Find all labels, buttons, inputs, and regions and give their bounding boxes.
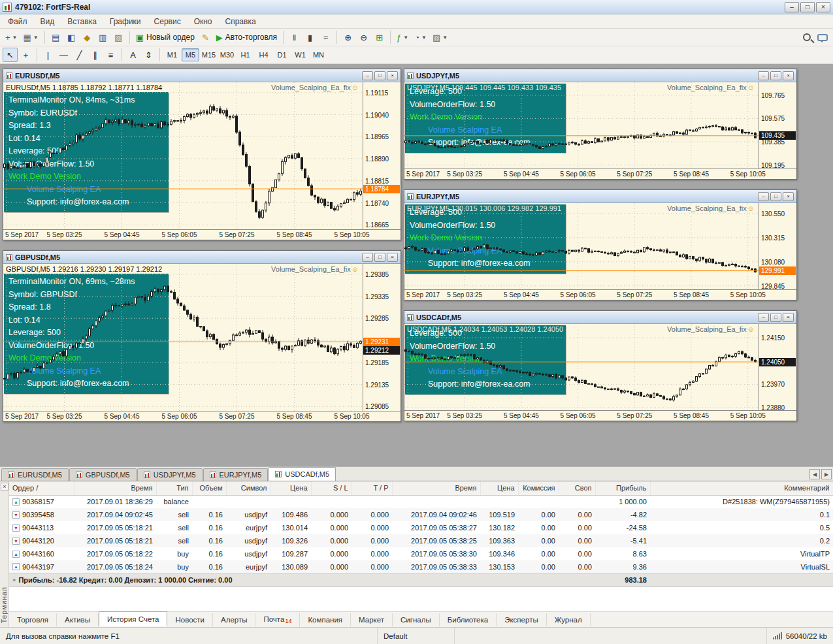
chart-body[interactable]: TerminalMonitor ON, 84ms, ~31msSymbol: E… [3,82,400,240]
templates-button[interactable]: ▨▼ [430,30,450,44]
scroll-right-icon[interactable]: ▶ [821,469,832,479]
chart-body[interactable]: Leverage: 500VolumeOrderFlow: 1.50Work D… [404,203,796,300]
menu-item-2[interactable]: Вставка [61,15,103,28]
search-icon[interactable] [803,33,811,41]
column-header[interactable]: T / P [351,481,392,495]
terminal-close-button[interactable]: × [1,483,8,491]
menu-item-4[interactable]: Сервис [148,15,188,28]
navigator-button[interactable]: ◆ [80,30,95,44]
chart-body[interactable]: TerminalMonitor ON, 69ms, ~28msSymbol: G… [3,264,400,421]
terminal-tab-2[interactable]: История Счета [99,611,168,626]
chart-window-usdjpyf[interactable]: USDJPYf,M5–□×Leverage: 500VolumeOrderFlo… [404,69,797,180]
price-scale[interactable]: 1.191151.190401.189651.188901.188151.187… [363,82,400,229]
time-scale[interactable]: 5 Sep 20175 Sep 03:255 Sep 04:455 Sep 06… [3,411,400,421]
text-tool-button[interactable]: A [125,48,140,62]
history-row[interactable]: ▼903954582017.09.04 09:02:45sell0.16usdj… [9,508,833,521]
column-header[interactable]: Комментарий [650,481,833,495]
crosshair-tool-button[interactable]: + [18,48,33,62]
close-button[interactable]: × [387,71,398,80]
tile-windows-button[interactable]: ⊞ [372,30,387,44]
close-button[interactable]: × [783,71,794,80]
terminal-tab-5[interactable]: Почта14 [255,613,300,627]
chart-window-eurjpyf[interactable]: EURJPYf,M5–□×Leverage: 500VolumeOrderFlo… [404,189,797,300]
restore-button[interactable]: □ [770,71,781,80]
minimize-button[interactable]: – [785,2,799,12]
timeframe-m30-button[interactable]: M30 [218,48,236,61]
column-header[interactable]: Цена [480,481,518,495]
close-button[interactable]: × [783,192,794,201]
arrows-tool-button[interactable]: ⇕ [141,48,156,62]
channel-tool-button[interactable]: ∥ [88,48,103,62]
restore-button[interactable]: □ [374,71,385,80]
chart-tab-gbpusdf[interactable]: GBPUSDf,M5 [69,468,137,481]
data-window-button[interactable]: ◧ [64,30,79,44]
menu-item-1[interactable]: Вид [34,15,61,28]
chart-window-titlebar[interactable]: USDJPYf,M5–□× [404,69,796,82]
time-scale[interactable]: 5 Sep 20175 Sep 03:255 Sep 04:455 Sep 06… [404,410,796,421]
vertical-line-tool-button[interactable]: | [41,48,56,62]
terminal-tab-0[interactable]: Торговля [9,613,57,626]
history-row[interactable]: ▲904431972017.09.05 05:18:24buy0.16eurjp… [9,560,833,573]
chart-tab-eurusdf[interactable]: EURUSDf,M5 [1,468,69,481]
menu-item-6[interactable]: Справка [219,15,263,28]
time-scale[interactable]: 5 Sep 20175 Sep 03:255 Sep 04:455 Sep 06… [3,229,400,240]
time-scale[interactable]: 5 Sep 20175 Sep 03:255 Sep 04:455 Sep 06… [404,289,796,300]
menu-item-5[interactable]: Окно [188,15,219,28]
history-row[interactable]: ▼904431132017.09.05 05:18:21sell0.16eurj… [9,521,833,534]
chart-tab-eurjpyf[interactable]: EURJPYf,M5 [203,468,269,481]
column-header[interactable]: Время [392,481,480,495]
horizontal-line-tool-button[interactable]: — [56,48,71,62]
history-row[interactable]: ▼904431202017.09.05 05:18:21sell0.16usdj… [9,534,833,547]
chart-window-titlebar[interactable]: USDCADf,M5–□× [404,311,796,324]
history-row[interactable]: ▲904431602017.09.05 05:18:22buy0.16usdjp… [9,547,833,560]
timeframe-m1-button[interactable]: M1 [163,48,181,61]
timeframe-m15-button[interactable]: M15 [200,48,218,61]
time-scale[interactable]: 5 Sep 20175 Sep 03:255 Sep 04:455 Sep 06… [404,169,796,179]
chart-window-titlebar[interactable]: EURUSDf,M5–□× [3,69,400,82]
close-button[interactable]: × [783,313,794,322]
column-header[interactable]: S / L [311,481,351,495]
market-watch-button[interactable]: ▤ [48,30,63,44]
terminal-tab-7[interactable]: Маркет [351,613,393,626]
column-header[interactable]: Комиссия [518,481,559,495]
price-scale[interactable]: 1.293851.293351.292851.292351.291851.291… [363,264,400,411]
chart-tab-usdcadf[interactable]: USDCADf,M5 [269,467,336,481]
column-header[interactable]: Ордер / [9,481,74,495]
metaeditor-button[interactable]: ✎ [198,30,213,44]
price-scale[interactable]: 130.550130.315130.080129.845129.991 [759,203,796,289]
zoom-out-button[interactable]: ⊖ [356,30,371,44]
indicators-button[interactable]: ƒ▼ [394,30,411,44]
column-header[interactable]: Тип [156,481,192,495]
cursor-tool-button[interactable]: ↖ [3,48,18,62]
minimize-button[interactable]: – [362,253,373,262]
zoom-in-button[interactable]: ⊕ [340,30,355,44]
terminal-tab-9[interactable]: Библиотека [440,613,497,626]
trendline-tool-button[interactable]: ╱ [72,48,87,62]
terminal-tab-11[interactable]: Журнал [547,613,591,626]
minimize-button[interactable]: – [758,71,769,80]
chart-bars-button[interactable]: ‖ [287,30,302,44]
timeframe-d1-button[interactable]: D1 [273,48,291,61]
terminal-tab-3[interactable]: Новости [167,613,213,626]
chart-line-button[interactable]: ≈ [318,30,333,44]
chart-window-eurusdf[interactable]: EURUSDf,M5–□×TerminalMonitor ON, 84ms, ~… [3,69,401,240]
periods-button[interactable]: ◔▼ [412,30,429,44]
restore-button[interactable]: □ [770,313,781,322]
close-button[interactable]: × [387,253,398,262]
timeframe-w1-button[interactable]: W1 [291,48,309,61]
terminal-tab-4[interactable]: Алерты [213,613,255,626]
chart-window-gbpusdf[interactable]: GBPUSDf,M5–□×TerminalMonitor ON, 69ms, ~… [3,250,401,422]
new-order-button[interactable]: ▣Новый ордер [133,30,197,44]
status-profile[interactable]: Default [378,628,455,644]
scroll-left-icon[interactable]: ◀ [809,469,820,479]
chart-window-titlebar[interactable]: GBPUSDf,M5–□× [3,251,400,264]
menu-item-3[interactable]: Графики [103,15,148,28]
timeframe-mn-button[interactable]: MN [310,48,327,61]
timeframe-h1-button[interactable]: H1 [237,48,254,61]
chart-body[interactable]: Leverage: 500VolumeOrderFlow: 1.50Work D… [404,82,796,179]
chat-icon[interactable] [817,34,828,41]
new-chart-button[interactable]: +▼ [3,30,20,44]
restore-button[interactable]: □ [374,253,385,262]
timeframe-h4-button[interactable]: H4 [255,48,272,61]
restore-button[interactable]: □ [770,192,781,201]
